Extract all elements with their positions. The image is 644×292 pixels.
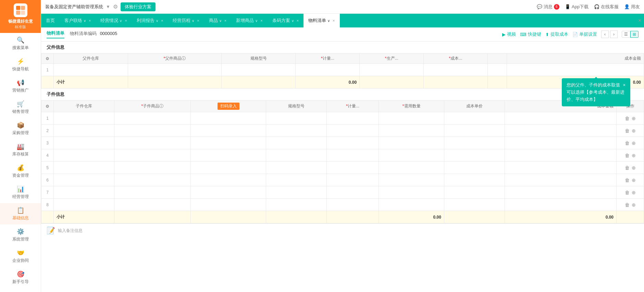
user-action[interactable]: 👤 用友 bbox=[624, 4, 640, 10]
tab-goods-close[interactable]: × bbox=[224, 19, 226, 23]
scan-input-btn[interactable]: 扫码录入 bbox=[218, 103, 239, 110]
child-row-unit[interactable] bbox=[326, 199, 379, 211]
child-row-unit-cost[interactable] bbox=[444, 137, 505, 149]
copy-icon[interactable]: ⊕ bbox=[632, 165, 636, 171]
note-icon[interactable]: 📝 bbox=[47, 226, 55, 235]
sidebar-item-finance[interactable]: 💰 资金管理 bbox=[0, 161, 41, 182]
child-row-spec[interactable] bbox=[266, 149, 327, 162]
sidebar-item-guide[interactable]: 🎯 新手引导 bbox=[0, 267, 41, 288]
single-settings-action[interactable]: 📄 单据设置 bbox=[572, 31, 597, 37]
delete-icon[interactable]: 🗑 bbox=[625, 128, 630, 133]
child-row-warehouse[interactable] bbox=[54, 125, 114, 137]
child-row-spec[interactable] bbox=[266, 162, 327, 174]
tab-profit-close[interactable]: × bbox=[161, 19, 163, 23]
child-row-unit[interactable] bbox=[326, 112, 379, 125]
child-row-unit[interactable] bbox=[326, 186, 379, 199]
parent-row-warehouse[interactable] bbox=[54, 64, 128, 76]
delete-icon[interactable]: 🗑 bbox=[625, 202, 630, 208]
child-row-goods[interactable] bbox=[114, 125, 190, 137]
video-action[interactable]: ▶ 视频 bbox=[502, 31, 516, 37]
child-row-spec[interactable] bbox=[266, 112, 327, 125]
child-row-unit[interactable] bbox=[326, 174, 379, 186]
settings-icon[interactable]: ⚙ bbox=[113, 3, 118, 10]
child-row-goods[interactable] bbox=[114, 199, 190, 211]
view-grid-btn[interactable]: ⊞ bbox=[630, 31, 639, 38]
tab-customer-close[interactable]: × bbox=[89, 19, 91, 23]
app-download-action[interactable]: 📱 App下载 bbox=[565, 4, 589, 10]
child-row-goods[interactable] bbox=[114, 174, 190, 186]
parent-row-cost[interactable] bbox=[423, 64, 487, 76]
child-row-qty[interactable] bbox=[379, 112, 444, 125]
tab-home[interactable]: 首页 bbox=[41, 14, 60, 27]
tab-history[interactable]: 经营历程 ∨ × bbox=[168, 14, 204, 27]
child-row-unit-cost[interactable] bbox=[444, 112, 505, 125]
child-row-warehouse[interactable] bbox=[54, 112, 114, 125]
prev-arrow[interactable]: ‹ bbox=[601, 31, 609, 38]
copy-icon[interactable]: ⊕ bbox=[632, 153, 636, 158]
child-row-warehouse[interactable] bbox=[54, 137, 114, 149]
tab-history-close[interactable]: × bbox=[197, 19, 199, 23]
parent-row-spec[interactable] bbox=[221, 64, 296, 76]
header-dropdown-arrow[interactable]: ▼ bbox=[106, 4, 110, 9]
child-row-qty[interactable] bbox=[379, 149, 444, 162]
sidebar-item-marketing[interactable]: 📢 营销推广 bbox=[0, 75, 41, 97]
online-support-action[interactable]: 🎧 在线客服 bbox=[594, 4, 619, 10]
child-row-qty[interactable] bbox=[379, 137, 444, 149]
copy-icon[interactable]: ⊕ bbox=[632, 128, 636, 133]
child-row-spec[interactable] bbox=[266, 174, 327, 186]
delete-icon[interactable]: 🗑 bbox=[625, 140, 630, 146]
copy-icon[interactable]: ⊕ bbox=[632, 140, 636, 146]
sidebar-item-purchase[interactable]: 📦 采购管理 bbox=[0, 118, 41, 139]
parent-row-production[interactable] bbox=[360, 64, 424, 76]
copy-icon[interactable]: ⊕ bbox=[632, 202, 636, 208]
tab-operations[interactable]: 经营情况 ∨ × bbox=[96, 14, 132, 27]
tab-profit[interactable]: 利润报告 ∨ × bbox=[132, 14, 168, 27]
delete-icon[interactable]: 🗑 bbox=[625, 116, 630, 121]
sidebar-item-system[interactable]: ⚙️ 系统管理 bbox=[0, 224, 41, 246]
delete-icon[interactable]: 🗑 bbox=[625, 190, 630, 195]
sub-tab-bom[interactable]: 物料清单 bbox=[47, 30, 64, 38]
child-row-spec[interactable] bbox=[266, 186, 327, 199]
parent-row-goods[interactable] bbox=[128, 64, 221, 76]
tab-bom[interactable]: 物料清单 ∨ × bbox=[304, 14, 339, 27]
shortcut-action[interactable]: ⌨ 快捷键 bbox=[520, 31, 541, 37]
sidebar-item-cooperation[interactable]: 🤝 企业协同 bbox=[0, 246, 41, 267]
tab-new-goods[interactable]: 新增商品 ∨ × bbox=[231, 14, 267, 27]
child-row-warehouse[interactable] bbox=[54, 149, 114, 162]
close-all-tabs[interactable]: × bbox=[635, 17, 644, 24]
view-list-btn[interactable]: ☰ bbox=[622, 31, 630, 38]
child-row-unit[interactable] bbox=[326, 125, 379, 137]
tab-ops-close[interactable]: × bbox=[125, 19, 127, 23]
sub-tab-bom-code[interactable]: 物料清单编码 0000005 bbox=[70, 31, 117, 38]
next-arrow[interactable]: › bbox=[610, 31, 618, 38]
sidebar-item-sales[interactable]: 🛒 销售管理 bbox=[0, 97, 41, 118]
child-row-unit-cost[interactable] bbox=[444, 199, 505, 211]
delete-icon[interactable]: 🗑 bbox=[625, 153, 630, 158]
child-row-warehouse[interactable] bbox=[54, 186, 114, 199]
child-row-qty[interactable] bbox=[379, 186, 444, 199]
sidebar-item-operations[interactable]: 📊 经营管理 bbox=[0, 182, 41, 203]
child-row-goods[interactable] bbox=[114, 186, 190, 199]
sidebar-item-inventory[interactable]: 🏭 库存核算 bbox=[0, 139, 41, 161]
tab-customer[interactable]: 客户联络 ∨ × bbox=[60, 14, 96, 27]
message-action[interactable]: 💬 消息 6 bbox=[537, 4, 559, 10]
child-row-qty[interactable] bbox=[379, 199, 444, 211]
copy-icon[interactable]: ⊕ bbox=[632, 177, 636, 183]
child-row-unit-cost[interactable] bbox=[444, 149, 505, 162]
parent-row-unit[interactable] bbox=[296, 64, 360, 76]
child-row-warehouse[interactable] bbox=[54, 162, 114, 174]
child-row-qty[interactable] bbox=[379, 174, 444, 186]
child-row-goods[interactable] bbox=[114, 149, 190, 162]
tab-barcode[interactable]: 条码方案 ∨ × bbox=[268, 14, 304, 27]
child-row-warehouse[interactable] bbox=[54, 199, 114, 211]
delete-icon[interactable]: 🗑 bbox=[625, 165, 630, 171]
tab-bom-close[interactable]: × bbox=[333, 19, 335, 23]
tab-new-goods-close[interactable]: × bbox=[260, 19, 262, 23]
child-row-spec[interactable] bbox=[266, 199, 327, 211]
tooltip-close-btn[interactable]: × bbox=[623, 82, 626, 89]
sidebar-item-nav[interactable]: ⚡ 快捷导航 bbox=[0, 54, 41, 75]
child-row-unit[interactable] bbox=[326, 149, 379, 162]
child-row-unit-cost[interactable] bbox=[444, 174, 505, 186]
extract-cost-action[interactable]: ⬆ 提取成本 bbox=[545, 31, 568, 37]
child-row-qty[interactable] bbox=[379, 162, 444, 174]
